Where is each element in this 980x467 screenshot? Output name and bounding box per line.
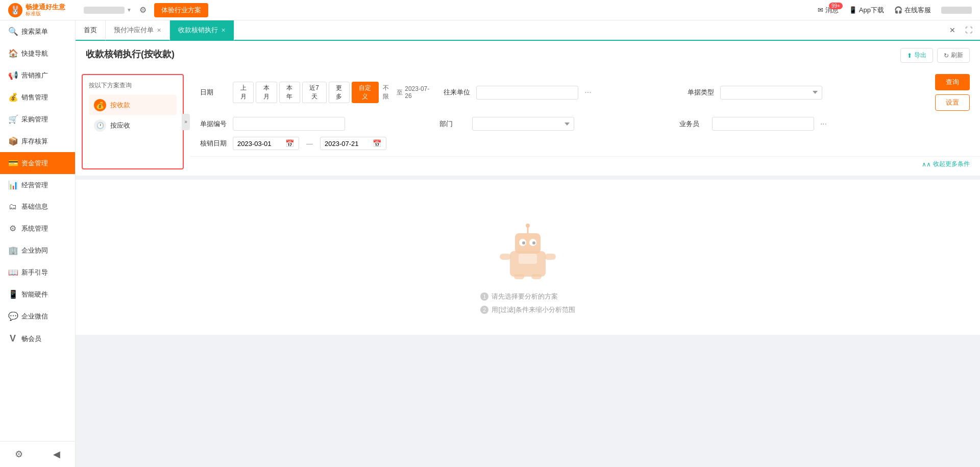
sidebar-item-marketing[interactable]: 📢 营销推广: [0, 64, 75, 86]
date-btn-lastmonth[interactable]: 上月: [233, 82, 254, 103]
basicinfo-icon: 🗂: [8, 202, 17, 211]
sidebar-item-sales[interactable]: 💰 销售管理: [0, 86, 75, 108]
date-btn-thismonth[interactable]: 本月: [256, 82, 277, 103]
tab-expand-button[interactable]: ⛶: [962, 23, 976, 37]
svg-point-4: [522, 241, 525, 244]
export-button[interactable]: ⬆ 导出: [900, 48, 933, 63]
tab-close-all-button[interactable]: ✕: [945, 23, 960, 37]
refresh-button[interactable]: ↻ 刷新: [937, 48, 970, 63]
sidebar-item-guide[interactable]: 📖 新手引导: [0, 261, 75, 283]
member-icon: V: [8, 333, 17, 344]
partner-dots-icon[interactable]: ···: [582, 88, 593, 97]
sidebar-label-smarthw: 智能硬件: [21, 290, 48, 299]
home-icon: 🏠: [8, 48, 17, 58]
tab-prepay[interactable]: 预付冲应付单 ✕: [106, 20, 170, 40]
tab-collection[interactable]: 收款核销执行 ✕: [170, 20, 234, 40]
collapse-more-button[interactable]: ∧∧ 收起更多条件: [922, 160, 970, 168]
sidebar-item-purchase[interactable]: 🛒 采购管理: [0, 108, 75, 130]
dept-select[interactable]: [472, 117, 574, 131]
sidebar-item-smarthw[interactable]: 📱 智能硬件: [0, 283, 75, 305]
user-avatar[interactable]: [941, 7, 972, 14]
sidebar-item-quicknav[interactable]: 🏠 快捷导航: [0, 42, 75, 64]
staff-dots-icon[interactable]: ···: [818, 119, 829, 129]
sidebar-label-quicknav: 快捷导航: [21, 49, 48, 58]
date-btn-custom[interactable]: 自定义: [352, 82, 379, 103]
calendar-start-icon[interactable]: 📅: [285, 139, 294, 148]
system-icon: ⚙: [8, 224, 17, 233]
sidebar-item-operation[interactable]: 📊 经营管理: [0, 174, 75, 196]
verify-date-end-input[interactable]: [325, 140, 370, 148]
sidebar-label-purchase: 采购管理: [21, 115, 48, 124]
app-logo: 🐰 畅捷通好生意 标准版: [8, 3, 80, 17]
app-download-button[interactable]: 📱 App下载: [849, 6, 884, 15]
filter-option-receipt[interactable]: 💰 按收款: [89, 95, 177, 115]
message-button[interactable]: ✉ 消息 99+: [818, 6, 839, 15]
tab-home[interactable]: 首页: [76, 20, 106, 40]
verify-date-end-wrap: 📅: [320, 137, 386, 150]
doctype-select[interactable]: [720, 86, 822, 100]
sidebar-item-enterprise[interactable]: 🏢 企业协同: [0, 239, 75, 261]
date-buttons: 上月 本月 本年 近7天 更多 自定义: [233, 82, 379, 103]
partner-input[interactable]: [476, 86, 578, 100]
verify-date-start-input[interactable]: [237, 140, 282, 148]
query-button[interactable]: 查询: [935, 74, 970, 90]
page-title: 收款核销执行(按收款): [86, 48, 175, 60]
tabbar-actions: ✕ ⛶: [945, 23, 980, 37]
filter-row-2: 单据编号 部门 业务员: [200, 117, 970, 131]
svg-rect-11: [531, 274, 542, 279]
sidebar-collapse-icon[interactable]: ◀: [50, 446, 63, 463]
receipt-icon: 💰: [94, 99, 106, 111]
tab-collection-close[interactable]: ✕: [221, 27, 226, 34]
collapse-more-label: 收起更多条件: [933, 160, 970, 168]
filter-selector: 按以下方案查询 💰 按收款 🕐 按应收 »: [82, 74, 184, 169]
sidebar-label-sales: 销售管理: [21, 93, 48, 102]
query-buttons-group: 查询 设置: [935, 74, 970, 111]
solution-button[interactable]: 体验行业方案: [154, 3, 208, 17]
filter-row-1: 日期 上月 本月 本年 近7天 更多 自定义: [200, 74, 970, 111]
sidebar-label-basicinfo: 基础信息: [21, 202, 48, 211]
sidebar-label-member: 畅会员: [21, 334, 41, 343]
online-service-button[interactable]: 🎧 在线客服: [894, 6, 931, 15]
sidebar-item-system[interactable]: ⚙ 系统管理: [0, 217, 75, 239]
date-btn-7days[interactable]: 近7天: [302, 82, 327, 103]
layout: 🔍 搜索菜单 🏠 快捷导航 📢 营销推广 💰 销售管理 🛒 采购管理 📦 库存核…: [0, 20, 980, 467]
empty-tip-1: 1 请先选择要分析的方案: [480, 292, 575, 301]
company-selector[interactable]: ▼: [84, 7, 132, 14]
filter-form: 日期 上月 本月 本年 近7天 更多 自定义: [190, 68, 980, 156]
filter-field-date: 日期 上月 本月 本年 近7天 更多 自定义: [200, 82, 435, 103]
tab-prepay-close[interactable]: ✕: [157, 27, 161, 34]
settings-icon[interactable]: ⚙: [136, 3, 150, 17]
empty-tips: 1 请先选择要分析的方案 2 用[过滤]条件来缩小分析范围: [480, 292, 575, 314]
date-btn-more[interactable]: 更多: [329, 82, 350, 103]
sidebar-item-finance[interactable]: 💳 资金管理: [0, 152, 75, 174]
refresh-label: 刷新: [951, 51, 963, 60]
settings-button[interactable]: 设置: [935, 94, 970, 111]
sidebar-label-wechat: 企业微信: [21, 312, 48, 321]
sidebar-settings-icon[interactable]: ⚙: [12, 446, 26, 463]
verify-date-start-wrap: 📅: [233, 137, 299, 150]
staff-input[interactable]: [712, 117, 814, 131]
export-icon: ⬆: [907, 52, 912, 59]
date-range-display: 不限 至 2023-07-26: [383, 84, 436, 101]
chevron-up-icon: ∧∧: [922, 161, 931, 168]
docno-input[interactable]: [233, 117, 345, 131]
selector-collapse-button[interactable]: »: [182, 114, 190, 130]
filter-option-receipt-label: 按收款: [110, 101, 130, 110]
guide-icon: 📖: [8, 267, 17, 277]
topbar: 🐰 畅捷通好生意 标准版 ▼ ⚙ 体验行业方案 ✉ 消息 99+ 📱 App下载…: [0, 0, 980, 20]
sidebar-item-search[interactable]: 🔍 搜索菜单: [0, 20, 75, 42]
sidebar-label-enterprise: 企业协同: [21, 246, 48, 255]
sidebar-item-inventory[interactable]: 📦 库存核算: [0, 130, 75, 152]
sidebar-label-marketing: 营销推广: [21, 71, 48, 80]
tab-collection-label: 收款核销执行: [178, 26, 218, 35]
sidebar-item-member[interactable]: V 畅会员: [0, 327, 75, 350]
logo-icon: 🐰: [8, 3, 22, 17]
filter-option-receivable[interactable]: 🕐 按应收: [89, 115, 177, 136]
filter-field-dept: 部门: [439, 117, 671, 131]
purchase-icon: 🛒: [8, 114, 17, 124]
sidebar-item-wechat[interactable]: 💬 企业微信: [0, 305, 75, 327]
sidebar-item-basicinfo[interactable]: 🗂 基础信息: [0, 196, 75, 217]
date-btn-thisyear[interactable]: 本年: [279, 82, 300, 103]
calendar-end-icon[interactable]: 📅: [373, 139, 381, 148]
wechat-icon: 💬: [8, 311, 17, 321]
